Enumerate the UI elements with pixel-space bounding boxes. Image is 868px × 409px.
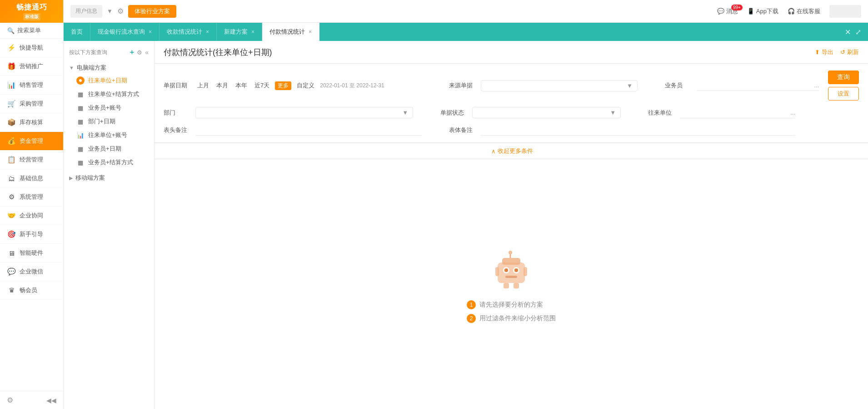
svg-point-4 <box>504 268 508 272</box>
partner-ellipsis[interactable]: ... <box>790 109 795 116</box>
body-note-input[interactable] <box>481 125 795 135</box>
scheme-item-dept-date[interactable]: ▦部门+日期 <box>64 115 154 128</box>
pc-group-toggle[interactable]: ▼ 电脑端方案 <box>64 62 154 74</box>
sidebar-item-enterprise[interactable]: 🤝企业协同 <box>0 207 63 225</box>
tab-new-scheme[interactable]: 新建方案× <box>217 23 262 41</box>
online-service-btn[interactable]: 🎧 在线客服 <box>788 7 820 15</box>
sidebar-search[interactable]: 🔍 搜索菜单 <box>0 23 63 39</box>
tab-payment-stats[interactable]: 付款情况统计× <box>262 23 319 41</box>
nav-icon-quick-nav: ⚡ <box>7 43 16 52</box>
dept-label: 部门 <box>164 109 195 117</box>
sidebar-item-system[interactable]: ⚙系统管理 <box>0 188 63 207</box>
topbar-settings-icon[interactable]: ⚙ <box>117 7 124 15</box>
export-btn[interactable]: ⬆ 导出 <box>815 48 833 56</box>
salesman-input[interactable] <box>697 80 809 91</box>
query-actions: 查询 设置 <box>828 71 859 101</box>
main-area: 用户信息 ▼ ⚙ 体验行业方案 💬 消息 99+ 📱 App下载 🎧 在线客服 … <box>64 0 868 409</box>
source-doc-select[interactable]: ▼ <box>481 80 638 91</box>
nav-label-sales: 销售管理 <box>20 81 43 89</box>
nav-label-inventory: 库存核算 <box>20 118 43 126</box>
scheme-item-partner-date[interactable]: 往来单位+日期 <box>64 74 154 87</box>
nav-label-finance: 资金管理 <box>20 137 43 145</box>
sidebar-item-operation[interactable]: 📋经营管理 <box>0 151 63 169</box>
scheme-item-sales-date[interactable]: ▦业务员+日期 <box>64 142 154 156</box>
mobile-group-toggle[interactable]: ▶ 移动端方案 <box>64 172 154 184</box>
pc-group-arrow: ▼ <box>69 65 74 71</box>
body-note-wrap <box>481 125 795 136</box>
date-label: 单据日期 <box>164 81 195 90</box>
sidebar-item-quick-nav[interactable]: ⚡快捷导航 <box>0 39 63 57</box>
tab-cash-flow[interactable]: 现金银行流水查询× <box>90 23 160 41</box>
footer-collapse-icon[interactable]: ◀◀ <box>46 397 56 404</box>
nav-label-hardware: 智能硬件 <box>20 249 43 257</box>
date-btn-more[interactable]: 更多 <box>275 81 291 90</box>
search-icon: 🔍 <box>7 27 15 34</box>
scheme-item-sales-payment[interactable]: ▦业务员+结算方式 <box>64 156 154 169</box>
scheme-table-icon-partner-payment: ▦ <box>76 90 85 98</box>
app-download-btn[interactable]: 📱 App下载 <box>747 7 778 15</box>
tab-close-payment-stats[interactable]: × <box>309 29 312 35</box>
header-note-wrap <box>195 125 422 136</box>
tab-close-new-scheme[interactable]: × <box>251 29 254 35</box>
maximize-window-icon[interactable]: ⤢ <box>855 28 861 36</box>
salesman-input-wrap: ... <box>697 80 819 91</box>
tab-label-new-scheme: 新建方案 <box>224 28 248 36</box>
sidebar-item-hardware[interactable]: 🖥智能硬件 <box>0 244 63 263</box>
body-note-label: 表体备注 <box>449 126 481 134</box>
scheme-label-sales-date: 业务员+日期 <box>88 145 121 153</box>
refresh-btn[interactable]: ↺ 刷新 <box>840 48 859 56</box>
svg-rect-9 <box>504 283 509 288</box>
sidebar-item-sales[interactable]: 📊销售管理 <box>0 76 63 95</box>
date-btn-this-year[interactable]: 本年 <box>234 81 249 91</box>
nav-icon-sales: 📊 <box>7 81 16 90</box>
pc-group-label: 电脑端方案 <box>77 64 106 72</box>
date-btn-this-month[interactable]: 本月 <box>215 81 230 91</box>
partner-input[interactable] <box>680 107 786 118</box>
add-scheme-icon[interactable]: + <box>130 48 134 56</box>
tab-close-receivable[interactable]: × <box>206 29 209 35</box>
refresh-label: 刷新 <box>847 48 859 56</box>
sidebar-nav: ⚡快捷导航🎁营销推广📊销售管理🛒采购管理📦库存核算💰资金管理📋经营管理🗂基础信息… <box>0 39 63 300</box>
tab-close-cash-flow[interactable]: × <box>149 29 152 35</box>
mobile-scheme-group: ▶ 移动端方案 <box>64 172 154 184</box>
svg-rect-7 <box>495 267 499 276</box>
user-avatar[interactable] <box>829 5 861 18</box>
tabbar: 首页现金银行流水查询×收款情况统计×新建方案×付款情况统计× ✕ ⤢ <box>64 23 868 41</box>
sidebar-item-inventory[interactable]: 📦库存核算 <box>0 113 63 132</box>
sidebar-item-basic[interactable]: 🗂基础信息 <box>0 169 63 188</box>
query-btn[interactable]: 查询 <box>828 71 859 84</box>
nav-icon-purchase: 🛒 <box>7 99 16 108</box>
scheme-settings-icon[interactable]: ⚙ <box>137 49 142 56</box>
sidebar-item-member[interactable]: ♛畅会员 <box>0 281 63 300</box>
scheme-item-sales-account[interactable]: ▦业务员+账号 <box>64 101 154 115</box>
dept-select[interactable]: ▼ <box>195 107 413 118</box>
empty-tips: 1 请先选择要分析的方案 2 用过滤条件来缩小分析范围 <box>467 300 556 323</box>
sidebar-item-purchase[interactable]: 🛒采购管理 <box>0 95 63 113</box>
sidebar-item-finance[interactable]: 💰资金管理 <box>0 132 63 151</box>
svg-rect-8 <box>524 267 527 276</box>
sidebar-item-wechat[interactable]: 💬企业微信 <box>0 263 63 281</box>
tab-home[interactable]: 首页 <box>64 23 90 41</box>
topbar-dropdown-icon[interactable]: ▼ <box>107 8 113 15</box>
close-window-icon[interactable]: ✕ <box>845 28 851 36</box>
scheme-item-partner-payment[interactable]: ▦往来单位+结算方式 <box>64 87 154 101</box>
salesman-ellipsis[interactable]: ... <box>814 82 819 89</box>
experience-btn[interactable]: 体验行业方案 <box>128 5 176 18</box>
scheme-collapse-icon[interactable]: « <box>145 49 149 56</box>
sidebar-item-marketing[interactable]: 🎁营销推广 <box>0 57 63 76</box>
scheme-table-icon-sales-payment: ▦ <box>76 158 85 167</box>
date-btn-custom[interactable]: 自定义 <box>295 81 316 91</box>
settings-btn[interactable]: 设置 <box>828 87 859 101</box>
date-shortcuts: 上月 本月 本年 近7天 更多 自定义 <box>195 81 316 91</box>
doc-status-select[interactable]: ▼ <box>472 107 621 118</box>
header-note-input[interactable] <box>195 125 422 135</box>
collapse-bar[interactable]: ∧ 收起更多条件 <box>155 143 868 159</box>
sidebar-item-guide[interactable]: 🎯新手引导 <box>0 225 63 244</box>
dept-arrow: ▼ <box>402 109 408 116</box>
tab-receivable[interactable]: 收款情况统计× <box>160 23 217 41</box>
footer-settings-icon[interactable]: ⚙ <box>7 396 13 404</box>
scheme-item-partner-account[interactable]: 📊往来单位+账号 <box>64 128 154 142</box>
date-btn-7days[interactable]: 近7天 <box>253 81 271 91</box>
message-icon-btn[interactable]: 💬 消息 99+ <box>717 7 738 15</box>
date-btn-last-month[interactable]: 上月 <box>195 81 211 91</box>
